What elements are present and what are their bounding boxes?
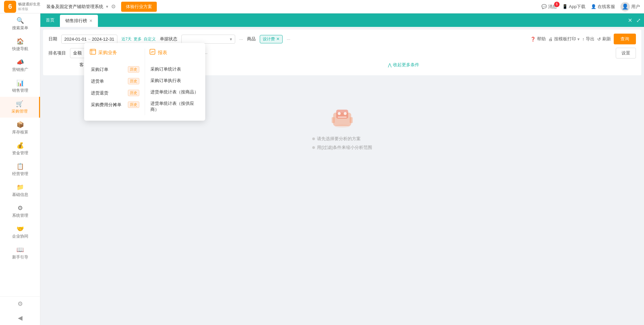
quick-7days[interactable]: 近7天: [121, 36, 132, 42]
quick-custom[interactable]: 自定义: [144, 36, 156, 42]
notification-badge: 6: [554, 2, 560, 7]
guide-icon: 📖: [16, 246, 24, 253]
svg-point-2: [338, 112, 341, 115]
menu-item-goods-receipt-stat-supplier[interactable]: 进货单统计表（按供应商）: [149, 98, 200, 115]
doc-status-label: 单据状态: [160, 36, 177, 42]
svg-rect-4: [338, 117, 347, 118]
goods-label: 商品: [247, 36, 256, 42]
settings-icon[interactable]: ⚙: [111, 3, 116, 10]
sidebar-item-label-inventory: 库存核算: [12, 129, 28, 135]
sidebar-settings-btn[interactable]: ⚙: [0, 297, 40, 311]
svg-point-3: [344, 112, 347, 115]
sidebar-item-label-sales: 销售管理: [12, 88, 28, 93]
export-icon: ↑: [582, 37, 585, 42]
sidebar-item-enterprise[interactable]: 🤝 企业协同: [0, 222, 40, 243]
refresh-btn[interactable]: ↺ 刷新: [597, 36, 611, 42]
main-area: 🔍 搜索菜单 🏠 快捷导航 📣 营销推广 📊 销售管理 🛒 采购管理 📦: [0, 13, 644, 325]
content-body: 日期 2024-01-01 ~ 2024-12-31 近7天 更多 自定义: [40, 27, 644, 325]
toolbar-right: ❓ 帮助 🖨 按模板打印 ▾ ↑ 导出: [530, 34, 636, 44]
app-download-item[interactable]: 📱 App下载: [562, 4, 585, 10]
top-bar-right: 💬 消息 6 📱 App下载 👤 在线客服 👤 用户: [541, 2, 640, 11]
sidebar-item-finance[interactable]: 💰 资金管理: [0, 138, 40, 159]
menu-item-goods-receipt-stat-goods[interactable]: 进货单统计表（按商品）: [149, 86, 200, 98]
menu-item-purchase-expense[interactable]: 采购费用分摊单 历史: [90, 99, 141, 111]
sidebar-item-search[interactable]: 🔍 搜索菜单: [0, 13, 40, 34]
menu-item-purchase-order-stat[interactable]: 采购订单统计表: [149, 64, 200, 75]
svg-rect-5: [332, 117, 335, 123]
query-btn[interactable]: 查询: [614, 34, 636, 44]
industry-btn[interactable]: 体验行业方案: [121, 2, 157, 12]
rank-label: 排名项目: [48, 50, 66, 56]
collapse-icon: ⋀: [388, 63, 392, 68]
sidebar-item-basic[interactable]: 📁 基础信息: [0, 180, 40, 201]
empty-dot-1: [312, 137, 315, 140]
dropdown-menu: 采购业务 采购订单 历史 进货单 历史 进货退货 历史: [84, 43, 205, 121]
print-btn[interactable]: 🖨 按模板打印 ▾: [548, 36, 580, 42]
menu-item-purchase-order[interactable]: 采购订单 历史: [90, 64, 141, 75]
quick-dates: 近7天 更多 自定义: [121, 36, 156, 42]
sidebar-item-inventory[interactable]: 📦 库存核算: [0, 118, 40, 138]
tab-bar-right: ✕ ⤢: [628, 17, 644, 24]
sidebar-item-label-basic: 基础信息: [12, 192, 28, 198]
sidebar-item-marketing[interactable]: 📣 营销推广: [0, 55, 40, 76]
menu-col-report: 报表 采购订单统计表 采购订单执行表 进货单统计表（按商品） 进货单统计表（按供: [149, 48, 200, 115]
sidebar-item-label-search: 搜索菜单: [12, 25, 28, 31]
empty-dot-2: [312, 146, 315, 149]
message-icon: 💬: [541, 4, 547, 9]
sidebar-collapse-btn[interactable]: ◀: [0, 311, 40, 325]
export-btn[interactable]: ↑ 导出: [582, 36, 595, 42]
enterprise-icon: 🤝: [16, 225, 24, 233]
sidebar-item-system[interactable]: ⚙ 系统管理: [0, 201, 40, 222]
date-start: 2024-01-01: [64, 37, 87, 42]
sidebar: 🔍 搜索菜单 🏠 快捷导航 📣 营销推广 📊 销售管理 🛒 采购管理 📦: [0, 13, 40, 325]
settings-btn[interactable]: 设置: [616, 48, 636, 58]
tab-sales-ranking[interactable]: 销售排行榜 ✕: [60, 15, 98, 27]
sidebar-item-label-system: 系统管理: [12, 213, 28, 218]
svg-rect-6: [350, 117, 353, 123]
date-sep: ~: [88, 37, 91, 42]
tab-close-btn[interactable]: ✕: [628, 17, 632, 24]
logo-sub: 标准版: [18, 7, 40, 11]
help-btn[interactable]: ❓ 帮助: [530, 36, 546, 42]
sidebar-item-sales[interactable]: 📊 销售管理: [0, 76, 40, 97]
quick-more[interactable]: 更多: [134, 36, 142, 42]
goods-tag-close[interactable]: ✕: [276, 37, 280, 41]
sidebar-item-quicknav[interactable]: 🏠 快捷导航: [0, 34, 40, 55]
menu-item-goods-receipt[interactable]: 进货单 历史: [90, 75, 141, 87]
sidebar-item-label-purchase: 采购管理: [11, 109, 28, 114]
sidebar-item-purchase[interactable]: 🛒 采购管理: [0, 97, 40, 118]
sidebar-item-label-enterprise: 企业协同: [12, 234, 28, 239]
online-service-item[interactable]: 👤 在线客服: [591, 4, 615, 10]
dropdown-arrow-icon[interactable]: ▾: [106, 4, 108, 9]
tab-bar: 首页 销售排行榜 ✕ ✕ ⤢: [40, 13, 644, 27]
goods-dots[interactable]: ···: [287, 37, 290, 42]
user-item[interactable]: 👤 用户: [620, 2, 640, 11]
tab-home[interactable]: 首页: [40, 13, 60, 27]
online-service-label: 在线客服: [598, 4, 615, 10]
tab-expand-btn[interactable]: ⤢: [636, 17, 641, 24]
sidebar-item-label-marketing: 营销推广: [12, 67, 28, 73]
content-area: 首页 销售排行榜 ✕ ✕ ⤢ 日期: [40, 13, 644, 325]
menu-col-purchase-title: 采购业务: [90, 48, 141, 59]
app-container: 6 畅捷通好生意 标准版 装备及固定资产辅助管理系统 ▾ ⚙ 体验行业方案 💬 …: [0, 0, 644, 325]
svg-point-7: [335, 125, 350, 128]
collapse-btn[interactable]: ⋀ 收起更多条件: [388, 62, 419, 68]
sidebar-item-guide[interactable]: 📖 新手引导: [0, 243, 40, 263]
doc-status-select[interactable]: ▾: [181, 35, 235, 44]
sidebar-item-label-quicknav: 快捷导航: [12, 46, 28, 52]
logo-text: 畅捷通好生意: [18, 2, 40, 6]
date-range-input[interactable]: 2024-01-01 ~ 2024-12-31: [61, 35, 117, 44]
help-icon: ❓: [530, 37, 536, 42]
menu-item-goods-return[interactable]: 进货退货 历史: [90, 87, 141, 99]
doc-status-dots[interactable]: ···: [239, 37, 243, 42]
menu-item-purchase-order-exec[interactable]: 采购订单执行表: [149, 75, 200, 86]
finance-icon: 💰: [16, 142, 24, 149]
empty-text: 请先选择要分析的方案 用[过滤]条件来缩小分析范围: [312, 134, 372, 152]
date-end: 2024-12-31: [92, 37, 114, 42]
empty-robot-icon: [327, 102, 357, 129]
app-download-label: App下载: [569, 4, 585, 10]
sidebar-item-operations[interactable]: 📋 经营管理: [0, 159, 40, 180]
tab-close-icon[interactable]: ✕: [89, 18, 93, 23]
message-item[interactable]: 💬 消息 6: [541, 4, 557, 10]
top-bar-left: 6 畅捷通好生意 标准版 装备及固定资产辅助管理系统 ▾ ⚙ 体验行业方案: [4, 1, 157, 13]
